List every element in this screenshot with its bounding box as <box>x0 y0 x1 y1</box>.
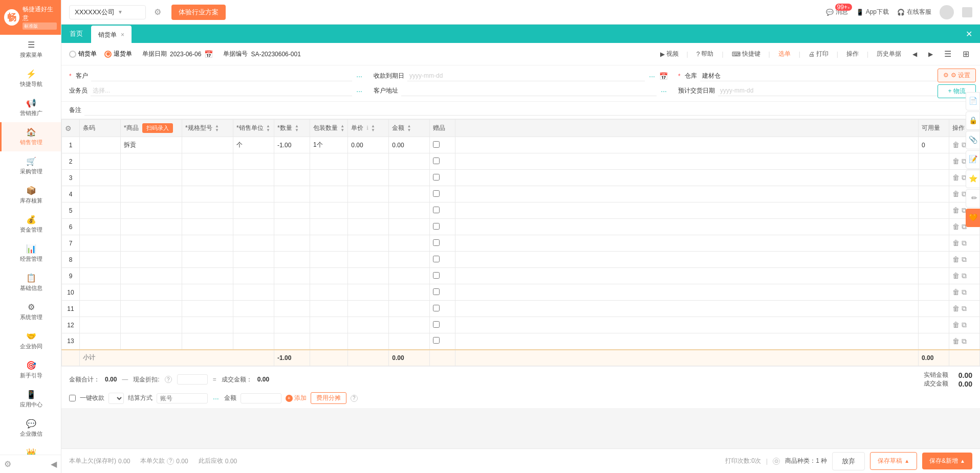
row-delete-btn[interactable]: 🗑 <box>952 272 960 280</box>
customer-select-btn[interactable]: ··· <box>355 72 363 80</box>
discount-input[interactable] <box>177 374 208 385</box>
gift-checkbox[interactable] <box>433 174 440 181</box>
app-download-btn[interactable]: 📱 App下载 <box>856 8 889 16</box>
sidebar-item-member[interactable]: 👑 畅会员 <box>0 443 61 455</box>
sidebar-item-basic-info[interactable]: 📋 基础信息 <box>0 268 61 297</box>
sidebar-item-sales[interactable]: 🏠 销售管理 <box>0 122 61 151</box>
gift-checkbox[interactable] <box>433 321 440 328</box>
row-qty[interactable]: -1.00 <box>274 137 310 153</box>
amount-sort-icon[interactable]: ▲▼ <box>407 124 411 132</box>
row-copy-btn[interactable]: ⧉ <box>962 255 967 264</box>
row-delete-btn[interactable]: 🗑 <box>952 239 960 247</box>
expected-delivery-input[interactable] <box>718 85 961 96</box>
row-delete-btn[interactable]: 🗑 <box>952 157 960 166</box>
price-sort-icon[interactable]: ▲▼ <box>371 124 375 132</box>
gift-checkbox[interactable] <box>433 190 440 197</box>
price-info-icon[interactable]: ℹ <box>366 125 368 131</box>
rfb-doc-icon[interactable]: 📄 <box>966 92 980 110</box>
row-copy-btn[interactable]: ⧉ <box>962 304 967 313</box>
sidebar-item-search[interactable]: ☰ 搜索菜单 <box>0 35 61 64</box>
table-settings-icon[interactable]: ⚙ <box>65 124 72 132</box>
warehouse-input[interactable] <box>700 71 962 81</box>
row-delete-btn[interactable]: 🗑 <box>952 222 960 231</box>
tab-close-far-btn[interactable]: ✕ <box>966 29 972 39</box>
discount-help-icon[interactable]: ? <box>165 376 172 383</box>
sidebar-item-operations[interactable]: 📊 经营管理 <box>0 239 61 268</box>
scan-btn[interactable]: 扫码录入 <box>142 123 173 133</box>
row-copy-btn[interactable]: ⧉ <box>962 272 967 280</box>
qty-sort-icon[interactable]: ▲▼ <box>295 124 299 132</box>
one-click-payment-checkbox[interactable] <box>69 395 76 401</box>
row-pack[interactable]: 1个 <box>310 137 348 153</box>
due-date-calendar-icon[interactable]: 📅 <box>659 72 668 80</box>
row-delete-btn[interactable]: 🗑 <box>952 304 960 313</box>
row-delete-btn[interactable]: 🗑 <box>952 190 960 198</box>
sidebar-item-wechat[interactable]: 💬 企业微信 <box>0 414 61 443</box>
save-draft-btn[interactable]: 保存草稿 ▲ <box>870 452 917 470</box>
gift-checkbox[interactable] <box>433 239 440 246</box>
sidebar-item-enterprise[interactable]: 🤝 企业协同 <box>0 326 61 355</box>
row-delete-btn[interactable]: 🗑 <box>952 206 960 215</box>
sidebar-item-marketing[interactable]: 📢 营销推广 <box>0 93 61 122</box>
add-payment-btn[interactable]: + 添加 <box>286 394 307 402</box>
sidebar-item-inventory[interactable]: 📦 库存核算 <box>0 181 61 210</box>
radio-return[interactable]: 退货单 <box>104 50 132 58</box>
company-selector[interactable]: XXXXXX公司 ▼ <box>69 5 146 19</box>
gift-checkbox[interactable] <box>433 157 440 164</box>
rfb-orange-icon[interactable]: 🧡 <box>966 209 980 227</box>
row-copy-btn[interactable]: ⧉ <box>962 337 967 346</box>
row-delete-btn[interactable]: 🗑 <box>952 255 960 264</box>
due-date-input[interactable] <box>407 71 645 81</box>
payment-amount-input[interactable] <box>241 393 281 403</box>
gift-checkbox[interactable] <box>433 337 440 344</box>
toolbar-prev-btn[interactable]: ◀ <box>909 50 920 59</box>
rfb-star-icon[interactable]: ⭐ <box>966 170 980 188</box>
row-delete-btn[interactable]: 🗑 <box>952 288 960 297</box>
gift-checkbox[interactable] <box>433 272 440 279</box>
gift-checkbox[interactable] <box>433 223 440 230</box>
toolbar-ops-btn[interactable]: 操作 <box>843 49 862 59</box>
account-input[interactable] <box>157 393 208 403</box>
row-product[interactable]: 拆贡 <box>121 137 182 153</box>
sidebar-item-system[interactable]: ⚙ 系统管理 <box>0 297 61 326</box>
radio-sale[interactable]: 销货单 <box>69 50 97 58</box>
abandon-btn[interactable]: 放弃 <box>832 452 865 470</box>
toolbar-choose-btn[interactable]: 选单 <box>775 49 794 59</box>
spec-sort-icon[interactable]: ▲▼ <box>215 124 219 132</box>
trial-button[interactable]: 体验行业方案 <box>171 5 226 20</box>
row-price[interactable]: 0.00 <box>348 137 389 153</box>
gift-checkbox[interactable] <box>433 141 440 148</box>
rfb-edit-icon[interactable]: ✏ <box>966 189 980 208</box>
date-calendar-icon[interactable]: 📅 <box>204 50 213 58</box>
pack-sort-icon[interactable]: ▲▼ <box>340 124 344 132</box>
toolbar-view-grid-btn[interactable]: ⊞ <box>960 48 972 60</box>
row-copy-btn[interactable]: ⧉ <box>962 288 967 297</box>
gift-checkbox[interactable] <box>433 256 440 262</box>
row-barcode[interactable] <box>80 137 121 153</box>
rfb-note-icon[interactable]: 📝 <box>966 150 980 169</box>
row-copy-btn[interactable]: ⧉ <box>962 239 967 247</box>
debit-help-icon[interactable]: ? <box>167 458 174 465</box>
salesperson-select-btn[interactable]: ··· <box>355 87 363 95</box>
toolbar-history-btn[interactable]: 历史单据 <box>874 49 904 59</box>
gift-checkbox[interactable] <box>433 305 440 311</box>
th-settings[interactable]: ⚙ <box>62 120 80 137</box>
sidebar-item-app-center[interactable]: 📱 应用中心 <box>0 385 61 414</box>
toolbar-view-list-btn[interactable]: ☰ <box>941 48 954 60</box>
row-spec[interactable] <box>182 137 233 153</box>
gift-checkbox[interactable] <box>433 288 440 295</box>
row-delete-btn[interactable]: 🗑 <box>952 141 960 149</box>
toolbar-print-btn[interactable]: 🖨 打印 <box>805 49 832 59</box>
due-date-select-btn[interactable]: ··· <box>648 72 656 80</box>
row-delete-btn[interactable]: 🗑 <box>952 321 960 329</box>
settings-side-btn[interactable]: ⚙ ⚙ 设置 <box>938 69 976 82</box>
user-avatar[interactable] <box>940 5 954 19</box>
customer-addr-input[interactable] <box>401 85 657 96</box>
row-delete-btn[interactable]: 🗑 <box>952 173 960 182</box>
expense-split-btn[interactable]: 费用分摊 <box>311 392 346 404</box>
header-gear-icon[interactable]: ⚙ <box>154 7 161 17</box>
rfb-lock-icon[interactable]: 🔒 <box>966 111 980 130</box>
expense-help-icon[interactable]: ? <box>351 395 358 402</box>
sidebar-item-guide[interactable]: 🎯 新手引导 <box>0 355 61 385</box>
toolbar-video-btn[interactable]: ▶ 视频 <box>657 49 682 59</box>
